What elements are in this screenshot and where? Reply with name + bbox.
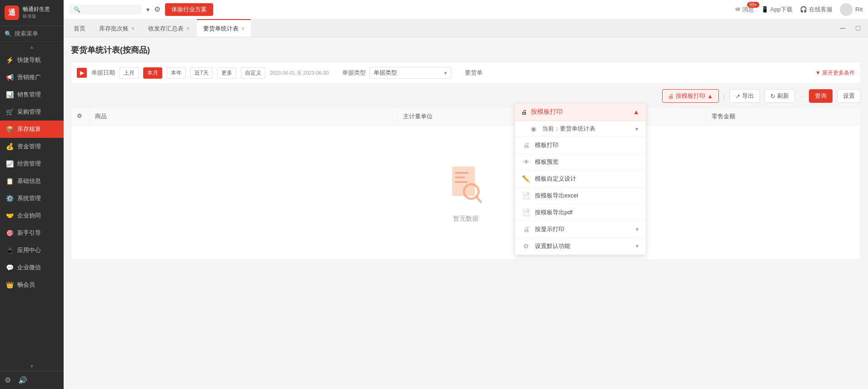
sound-icon[interactable]: 🔊 xyxy=(18,376,27,384)
current-template-row[interactable]: ◉ 当前：要货单统计表 ▾ xyxy=(515,121,646,137)
sidebar-search[interactable]: 🔍 搜索菜单 xyxy=(0,26,64,42)
export-btn[interactable]: ↗ 导出 xyxy=(729,89,760,103)
newbie-icon: 🎯 xyxy=(5,229,14,237)
sidebar-nav: ⚡ 快捷导航 📢 营销推广 📊 销售管理 🛒 采购管理 📦 库存核算 💰 资金管… xyxy=(0,51,64,361)
sidebar-item-label: 销售管理 xyxy=(17,91,41,99)
refresh-btn[interactable]: ↻ 刷新 xyxy=(764,89,795,103)
sidebar-scroll-up[interactable]: ▲ xyxy=(0,42,64,51)
print-template-btn[interactable]: 🖨 按模板打印 ▲ xyxy=(662,89,719,103)
filter-expand-arrow[interactable]: ▶ xyxy=(77,68,87,78)
sidebar-item-collab[interactable]: 🤝 企业协同 xyxy=(0,207,64,224)
date-btn-7days[interactable]: 近7天 xyxy=(190,67,213,79)
order-goods-label: 要货单 xyxy=(465,69,483,77)
messages-badge[interactable]: ✉ 消息 99+ xyxy=(735,5,754,14)
sidebar-item-newbie[interactable]: 🎯 新手引导 xyxy=(0,224,64,242)
user-profile[interactable]: Rit xyxy=(840,3,863,16)
tab-inventory-batch-close[interactable]: × xyxy=(131,26,135,31)
empty-state: 暂无数据 xyxy=(71,126,860,259)
data-table: ⚙ 商品 主计量单位 主数量 零售金额 xyxy=(71,107,861,260)
tabbar: 首页 库存批次账 × 收发存汇总表 × 要货单统计表 × ─ □ xyxy=(64,19,868,37)
print-dropdown-header[interactable]: 🖨 按模板打印 ▲ xyxy=(515,103,646,121)
default-fn-item[interactable]: ⚙ 设置默认功能 ▾ xyxy=(515,238,646,255)
template-preview-item[interactable]: 👁 模板预览 xyxy=(515,154,646,171)
table-col-product: 商品 xyxy=(90,108,398,125)
tab-home[interactable]: 首页 xyxy=(67,19,92,37)
search-icon: 🔍 xyxy=(74,6,80,13)
order-type-label: 单据类型 xyxy=(342,69,366,77)
default-fn-content: ⚙ 设置默认功能 xyxy=(522,242,570,250)
sidebar-item-member[interactable]: 👑 畅会员 xyxy=(0,276,64,293)
trial-button[interactable]: 体验行业方案 xyxy=(165,3,213,16)
template-excel-item[interactable]: 📄 按模板导出excel xyxy=(515,187,646,204)
tab-receipts-summary-close[interactable]: × xyxy=(186,26,190,31)
message-icon: ✉ xyxy=(735,6,740,13)
query-btn[interactable]: 查询 xyxy=(809,89,833,103)
sidebar-item-wecom[interactable]: 💬 企业微信 xyxy=(0,259,64,276)
table-col-settings[interactable]: ⚙ xyxy=(71,108,90,125)
expand-more-btn[interactable]: ▼ 展开更多条件 xyxy=(815,69,855,77)
sales-icon: 📊 xyxy=(5,91,14,98)
app-download-label: App下载 xyxy=(770,5,793,14)
wecom-icon: 💬 xyxy=(5,264,14,271)
topbar: 🔍 ▾ ⚙ 体验行业方案 ✉ 消息 99+ 📱 App下载 🎧 在线客服 Rit xyxy=(64,0,868,19)
template-print-item[interactable]: 🖨 模板打印 xyxy=(515,137,646,154)
date-btn-last-month[interactable]: 上月 xyxy=(120,67,139,79)
date-btn-more[interactable]: 更多 xyxy=(217,67,236,79)
sidebar-item-sales[interactable]: 📊 销售管理 xyxy=(0,86,64,103)
operations-icon: 📈 xyxy=(5,160,14,167)
tab-order-stats-label: 要货单统计表 xyxy=(203,25,239,33)
sidebar-item-marketing[interactable]: 📢 营销推广 xyxy=(0,69,64,86)
date-label: 单据日期 xyxy=(91,69,115,77)
template-custom-item[interactable]: ✏️ 模板自定义设计 xyxy=(515,171,646,187)
sidebar-item-quick-nav[interactable]: ⚡ 快捷导航 xyxy=(0,51,64,69)
sidebar-item-purchase[interactable]: 🛒 采购管理 xyxy=(0,103,64,121)
topbar-right: ✉ 消息 99+ 📱 App下载 🎧 在线客服 Rit xyxy=(735,3,863,16)
tab-maximize-icon[interactable]: □ xyxy=(852,22,864,35)
sidebar-scroll-down[interactable]: ▼ xyxy=(0,361,64,371)
tab-inventory-batch[interactable]: 库存批次账 × xyxy=(93,19,141,37)
sidebar-item-label: 采购管理 xyxy=(17,108,41,116)
gear-icon[interactable]: ⚙ xyxy=(154,5,160,14)
date-btn-this-month[interactable]: 本月 xyxy=(143,67,162,79)
sidebar-item-label: 企业微信 xyxy=(17,263,41,272)
tab-receipts-summary[interactable]: 收发存汇总表 × xyxy=(142,19,196,37)
template-pdf-item[interactable]: 📄 按模板导出pdf xyxy=(515,204,646,221)
sidebar-item-inventory[interactable]: 📦 库存核算 xyxy=(0,121,64,138)
tab-order-stats-close[interactable]: × xyxy=(241,26,244,31)
empty-icon xyxy=(443,162,489,207)
sidebar-item-operations[interactable]: 📈 经营管理 xyxy=(0,155,64,172)
export-label: 导出 xyxy=(742,92,754,100)
order-type-filter: 单据类型 单据类型 ▾ xyxy=(342,67,451,79)
template-preview-label: 模板预览 xyxy=(535,158,559,166)
topbar-dropdown-icon[interactable]: ▾ xyxy=(146,6,150,13)
online-service[interactable]: 🎧 在线客服 xyxy=(800,5,833,14)
sidebar-item-basic[interactable]: 📋 基础信息 xyxy=(0,172,64,190)
settings-icon[interactable]: ⚙ xyxy=(5,376,11,384)
date-btn-custom[interactable]: 自定义 xyxy=(241,67,265,79)
app-download[interactable]: 📱 App下载 xyxy=(761,5,793,14)
tab-order-stats[interactable]: 要货单统计表 × xyxy=(197,19,251,37)
sidebar-item-label: 新手引导 xyxy=(17,229,41,237)
sidebar-item-appstore[interactable]: 📱 应用中心 xyxy=(0,242,64,259)
sidebar-item-system[interactable]: ⚙️ 系统管理 xyxy=(0,190,64,207)
sidebar-item-label: 经营管理 xyxy=(17,160,41,168)
topbar-search-bar[interactable]: 🔍 xyxy=(69,5,142,15)
refresh-label: 刷新 xyxy=(777,92,789,100)
tab-inventory-batch-label: 库存批次账 xyxy=(99,25,129,33)
sidebar-item-finance[interactable]: 💰 资金管理 xyxy=(0,138,64,155)
display-print-label: 按显示打印 xyxy=(535,225,564,233)
search-icon: 🔍 xyxy=(5,30,12,37)
empty-text: 暂无数据 xyxy=(453,215,479,223)
date-btn-this-year[interactable]: 本年 xyxy=(167,67,186,79)
sidebar-item-label: 快捷导航 xyxy=(17,56,41,64)
display-print-content: 🖨 按显示打印 xyxy=(522,225,564,233)
display-print-item[interactable]: 🖨 按显示打印 ▾ xyxy=(515,221,646,238)
print-dropdown-collapse-icon: ▲ xyxy=(633,108,639,116)
tab-minimize-icon[interactable]: ─ xyxy=(836,22,849,35)
table-col-amount: 零售金额 xyxy=(706,108,860,125)
order-type-select[interactable]: 单据类型 ▾ xyxy=(369,67,451,79)
refresh-icon: ↻ xyxy=(770,93,775,100)
svg-rect-2 xyxy=(455,177,465,178)
filter-row: ▶ 单据日期 上月 本月 本年 近7天 更多 自定义 2023-06-01 至 … xyxy=(77,67,855,79)
settings-btn[interactable]: 设置 xyxy=(837,89,861,103)
